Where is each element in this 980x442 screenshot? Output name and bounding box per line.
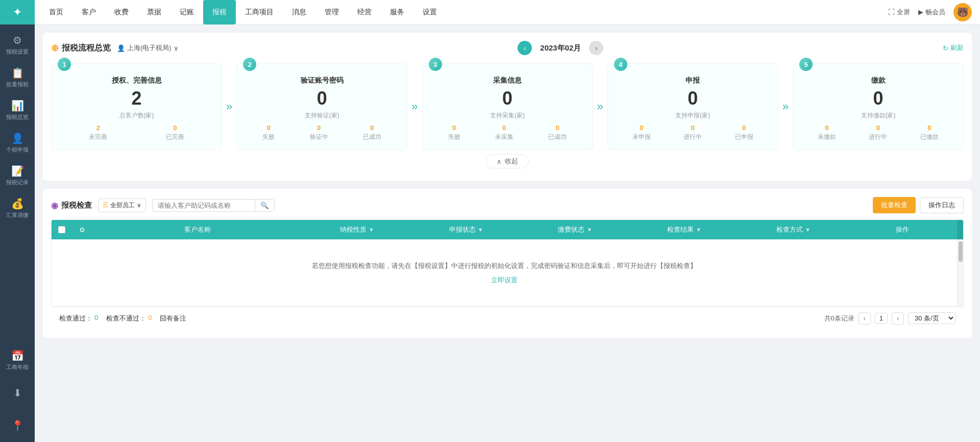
step-count-2: 0 [245, 87, 399, 109]
table-footer: 检查通过： 0 检查不通过： 0 囧有备注 共0条记录 ‹ 1 › 30 条/页… [51, 307, 964, 330]
sidebar-item-tax-overview[interactable]: 📊 报税总览 [0, 94, 35, 127]
th-checkbox[interactable] [52, 220, 72, 239]
select-all-checkbox[interactable] [58, 226, 65, 233]
filter-icon-1[interactable]: ▼ [369, 227, 374, 233]
stat-val-collected-3[interactable]: 0 [556, 124, 559, 132]
annual-report-icon: 📅 [11, 350, 24, 362]
sidebar-item-download[interactable]: ⬇ [0, 377, 35, 409]
stat-val-inprogress-4[interactable]: 0 [691, 124, 695, 132]
next-page-button[interactable]: › [892, 312, 904, 325]
nav-tax[interactable]: 报税 [203, 0, 236, 24]
filter-icon-4[interactable]: ▼ [696, 227, 701, 233]
stat-val-verified-2[interactable]: 0 [370, 124, 374, 132]
step-title-2: 验证账号密码 [245, 72, 399, 85]
stat-label-verifying-2: 验证中 [310, 133, 328, 141]
current-month: 2023年02月 [540, 43, 581, 53]
nav-message[interactable]: 消息 [283, 0, 315, 24]
fullscreen-icon: ⛶ [888, 8, 895, 16]
stat-label-unreported-4: 未申报 [632, 133, 651, 141]
tax-check-actions: 批量检查 操作日志 [873, 197, 964, 213]
step-arrow-3: » [593, 63, 607, 150]
fail-count[interactable]: 0 [148, 314, 152, 323]
sidebar-label-batch-tax: 批量报税 [6, 81, 29, 88]
stat-reported-4: 0 已申报 [735, 124, 753, 141]
filter-icon-2[interactable]: ▼ [478, 227, 483, 233]
step-subtitle-2: 支持验证(家) [245, 111, 399, 120]
filter-icon-5[interactable]: ▼ [805, 227, 811, 233]
sidebar-item-tax-settings[interactable]: ⚙ 报税设置 [0, 29, 35, 61]
stat-val-reported-4[interactable]: 0 [742, 124, 746, 132]
tax-check-table: ⚙ 客户名称 纳税性质 ▼ 申报状态 ▼ 缴费状态 ▼ [51, 219, 964, 307]
stat-val-paid-5[interactable]: 0 [927, 124, 931, 132]
operation-log-button[interactable]: 操作日志 [920, 197, 964, 213]
nav-home[interactable]: 首页 [40, 0, 72, 24]
logo: ✦ [0, 0, 35, 24]
stat-uncollected-3: 0 未采集 [495, 124, 513, 141]
stat-val-failed-2[interactable]: 0 [267, 124, 271, 132]
nav-settings[interactable]: 设置 [413, 0, 446, 24]
sidebar-item-location[interactable]: 📍 [0, 409, 35, 442]
stat-inprogress-5: 0 进行中 [869, 124, 887, 141]
stat-val-uncollected-3[interactable]: 0 [502, 124, 506, 132]
prev-page-button[interactable]: ‹ [859, 312, 871, 325]
prev-month-button[interactable]: ‹ [518, 41, 532, 55]
step-subtitle-4: 支持申报(家) [616, 111, 770, 120]
stat-label-inprogress-5: 进行中 [869, 133, 887, 141]
setup-link[interactable]: 立即设置 [491, 274, 518, 286]
sidebar-item-personal-tax[interactable]: 👤 个税申报 [0, 127, 35, 159]
pass-stat: 检查通过： 0 [59, 314, 98, 323]
user-avatar[interactable]: 🐻 [953, 3, 972, 21]
nav-client[interactable]: 客户 [72, 0, 105, 24]
fullscreen-button[interactable]: ⛶ 全屏 [888, 8, 910, 17]
stat-label-paid-5: 已缴款 [920, 133, 939, 141]
stat-val-failed-3[interactable]: 0 [452, 124, 456, 132]
page-size-selector[interactable]: 30 条/页50 条/页100 条/页 [908, 312, 955, 324]
stat-label-uncollected-3: 未采集 [495, 133, 513, 141]
sidebar-item-batch-tax[interactable]: 📋 批量报税 [0, 61, 35, 94]
sidebar-item-annual-report[interactable]: 📅 工商年报 [0, 344, 35, 377]
step-count-4: 0 [616, 87, 770, 109]
next-month-button[interactable]: › [589, 41, 603, 55]
staff-selector[interactable]: ☰ 全部员工 ∨ [98, 199, 146, 212]
location-tag[interactable]: 👤 上海(电子税局) ∨ [117, 43, 179, 53]
sidebar-item-clearance[interactable]: 💰 汇算清缴 [0, 192, 35, 225]
stat-incomplete: 2 未完善 [89, 124, 107, 141]
stat-val-incomplete[interactable]: 2 [96, 124, 100, 132]
stat-unpaid-5: 0 未缴款 [818, 124, 836, 141]
nav-bookkeeping[interactable]: 记账 [170, 0, 203, 24]
nav-manage[interactable]: 管理 [315, 0, 348, 24]
filter-icon-3[interactable]: ▼ [586, 227, 592, 233]
collapse-button[interactable]: ∧ 收起 [486, 154, 529, 168]
step-count-5: 0 [801, 87, 955, 109]
nav-invoice[interactable]: 票据 [138, 0, 170, 24]
sidebar-label-tax-records: 报税记录 [6, 179, 29, 186]
flow-title-icon: ⊕ [51, 42, 59, 54]
stat-val-unreported-4[interactable]: 0 [640, 124, 643, 132]
stat-val-unpaid-5[interactable]: 0 [825, 124, 829, 132]
nav-operation[interactable]: 经营 [348, 0, 381, 24]
step-num-3: 3 [429, 58, 442, 71]
nav-right-area: ⛶ 全屏 ▶ 畅会员 🐻 [888, 3, 980, 21]
search-button[interactable]: 🔍 [255, 200, 274, 211]
stat-failed-3: 0 失败 [448, 124, 460, 141]
step-num-4: 4 [614, 58, 627, 71]
stat-val-inprogress-5[interactable]: 0 [876, 124, 880, 132]
flow-overview-card: ⊕ 报税流程总览 👤 上海(电子税局) ∨ ‹ 2023年02月 › ↻ 刷新 [43, 33, 972, 181]
nav-fee[interactable]: 收费 [105, 0, 138, 24]
batch-check-button[interactable]: 批量检查 [873, 197, 916, 213]
sidebar-item-tax-records[interactable]: 📝 报税记录 [0, 159, 35, 192]
step-arrow-2: » [407, 63, 422, 150]
stat-val-complete[interactable]: 0 [173, 124, 177, 132]
pass-count[interactable]: 0 [94, 314, 98, 323]
scrollbar[interactable] [957, 239, 963, 306]
th-gear[interactable]: ⚙ [72, 220, 92, 239]
nav-business[interactable]: 工商项目 [236, 0, 283, 24]
sidebar: ⚙ 报税设置 📋 批量报税 📊 报税总览 👤 个税申报 📝 报税记录 💰 汇算清… [0, 24, 35, 442]
nav-service[interactable]: 服务 [381, 0, 413, 24]
refresh-button[interactable]: ↻ 刷新 [943, 43, 964, 53]
month-navigation: ‹ 2023年02月 › [518, 41, 603, 55]
stat-val-verifying-2[interactable]: 0 [317, 124, 321, 132]
nav-menu: 首页 客户 收费 票据 记账 报税 工商项目 消息 管理 经营 服务 设置 [35, 0, 888, 24]
search-input[interactable] [153, 200, 255, 211]
vip-button[interactable]: ▶ 畅会员 [918, 8, 945, 17]
